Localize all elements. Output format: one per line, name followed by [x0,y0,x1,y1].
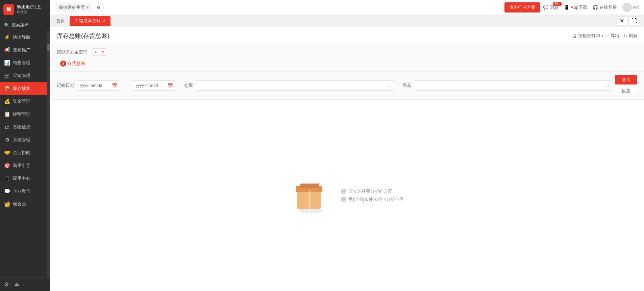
avatar [622,3,632,12]
export-button[interactable]: ↑ 导出 [607,33,620,39]
operations-icon: 📋 [4,111,10,117]
messages-badge: 99+ [553,2,562,6]
sidebar-item-wechat[interactable]: 💬 企业微信 [0,185,47,198]
sidebar-item-cooperation[interactable]: 🤝 企业协同 [0,146,47,159]
svg-text:✦: ✦ [317,181,321,186]
user-avatar[interactable]: Rit [622,3,639,12]
topbar-right: 💬 消息 99+ 📱 App下载 🎧 在线客服 Rit [543,3,639,12]
search-menu-label: 搜索菜单 [11,22,29,28]
breadcrumb-text: 畅捷通好生意 [59,4,85,10]
app-logo: 畅 畅捷通好生意 标准版 [0,0,50,19]
sidebar-item-marketing[interactable]: 📢 营销推广 [0,44,47,56]
topbar-nav: 畅捷通好生意 ▾ ⚙ [55,2,502,13]
sidebar-item-label: 采购管理 [13,73,30,79]
settings-footer-icon[interactable]: ⚙ [4,281,9,288]
sidebar: 畅 畅捷通好生意 标准版 🔍 搜索菜单 ⚡ 快捷导航 📢 营销推广 📊 销售管理 [0,0,50,291]
product-input[interactable]: ··· [414,80,613,91]
sidebar-item-label: 企业协同 [13,150,30,156]
online-support-btn[interactable]: 🎧 在线客服 [593,4,617,10]
empty-svg: ✦ ✦ [290,175,331,216]
appcenter-icon: 📱 [4,175,10,181]
topbar: 畅捷通好生意 ▾ ⚙ 体验行业方案 💬 消息 99+ 📱 App下载 🎧 在线客… [50,0,644,15]
sidebar-item-sales[interactable]: 📊 销售管理 [0,56,47,69]
sidebar-item-purchase[interactable]: 🛒 采购管理 [0,69,47,82]
warehouse-input[interactable]: ··· [196,80,394,91]
refresh-button[interactable]: ↻ 刷新 [623,33,637,39]
settings-button[interactable]: 设置 [615,86,637,96]
tab-bar: 首页 库存成本总账 ✕ ✕ ⛶ [50,15,644,27]
sidebar-item-label: 经营管理 [13,111,30,117]
tab-home-label: 首页 [56,18,65,24]
industry-solution-button[interactable]: 体验行业方案 [504,2,540,13]
empty-state: ✦ ✦ 1 请先选择要分析的方案 2 用[过滤]条件来缩小分析范围 [50,100,644,291]
breadcrumb[interactable]: 畅捷通好生意 ▾ [55,3,92,12]
scheme-item-inventory[interactable]: S 存货总账 [57,59,89,68]
sidebar-item-guide[interactable]: 🎯 新手引导 [0,159,47,172]
product-field-group: 商品 ··· [397,80,613,91]
tab-close-icon[interactable]: ✕ [103,19,106,23]
sidebar-item-finance[interactable]: 💰 资金管理 [0,95,47,108]
sidebar-item-inventory[interactable]: 📦 库存核算 [0,82,47,95]
query-button[interactable]: 查询 [615,75,637,84]
product-label: 商品 [402,82,414,89]
sidebar-item-quick-nav[interactable]: ⚡ 快捷导航 [0,31,47,44]
warehouse-more-icon[interactable]: ··· [387,82,391,89]
audio-footer-icon[interactable]: ⏏ [14,281,19,288]
date-label: 记账日期 [57,82,74,89]
phone-icon: 📱 [564,5,569,10]
main-content: 畅捷通好生意 ▾ ⚙ 体验行业方案 💬 消息 99+ 📱 App下载 🎧 在线客… [50,0,644,291]
refresh-icon: ↻ [623,33,627,39]
topbar-settings-icon[interactable]: ⚙ [94,2,104,13]
svg-text:✦: ✦ [295,189,298,193]
messages-btn[interactable]: 💬 消息 99+ [543,4,559,10]
sidebar-item-label: 快捷导航 [13,34,30,40]
logo-icon: 畅 [3,4,14,15]
sidebar-item-appcenter[interactable]: 📱 应用中心 [0,172,47,185]
date-start-field[interactable] [80,83,110,88]
search-menu[interactable]: 🔍 搜索菜单 [0,19,50,31]
message-icon: 💬 [543,5,548,10]
app-download-label: App下载 [571,4,587,10]
calendar-start-icon[interactable]: 📅 [112,83,117,88]
empty-text: 1 请先选择要分析的方案 2 用[过滤]条件来缩小分析范围 [341,186,403,204]
page-title: 库存总账(存货总账) [57,32,109,40]
scheme-item-label: 存货总账 [68,60,85,67]
product-more-icon[interactable]: ··· [605,82,609,89]
system-icon: ⚙ [4,137,10,143]
filter-scheme-row: 按以下方案查询 + « [57,48,637,56]
marketing-icon: 📢 [4,47,10,53]
inventory-icon: 📦 [4,86,10,92]
user-name: Rit [633,5,639,10]
sidebar-item-label: 销售管理 [13,60,30,66]
print-icon: 🖨 [572,33,577,39]
warehouse-label: 仓库 [184,82,196,89]
filter-collapse-button[interactable]: « [99,48,106,56]
date-start-input[interactable]: 📅 [77,80,120,91]
expand-panel-button[interactable]: ⛶ [628,17,640,25]
date-end-input[interactable]: 📅 [133,80,176,91]
cooperation-icon: 🤝 [4,150,10,156]
app-download-btn[interactable]: 📱 App下载 [564,4,587,10]
tab-inventory-cost[interactable]: 库存成本总账 ✕ [70,16,110,26]
page-content: 库存总账(存货总账) 🖨 按模板打印 ▾ ↑ 导出 ↻ 刷新 [50,27,644,291]
sidebar-item-basic[interactable]: 🗂 基础信息 [0,121,47,134]
sidebar-item-system[interactable]: ⚙ 系统管理 [0,134,47,146]
filter-scheme: S 存货总账 [57,59,637,68]
purchase-icon: 🛒 [4,73,10,79]
close-panel-button[interactable]: ✕ [617,16,627,25]
app-name: 畅捷通好生意 [17,4,41,10]
print-button[interactable]: 🖨 按模板打印 ▾ [572,33,603,39]
filter-add-button[interactable]: + [92,48,99,56]
sidebar-item-member[interactable]: 👑 畅会员 [0,198,47,211]
calendar-end-icon[interactable]: 📅 [168,83,173,88]
sidebar-item-label: 库存核算 [13,86,30,92]
step1-badge: 1 [341,189,346,194]
tab-home[interactable]: 首页 [51,16,70,26]
sidebar-item-operations[interactable]: 📋 经营管理 [0,108,47,121]
quick-nav-icon: ⚡ [4,34,10,40]
sidebar-item-label: 营销推广 [13,47,30,53]
empty-illustration: ✦ ✦ [290,175,331,216]
member-icon: 👑 [4,201,10,207]
sidebar-scrollbar[interactable] [47,31,50,277]
date-end-field[interactable] [136,83,166,88]
